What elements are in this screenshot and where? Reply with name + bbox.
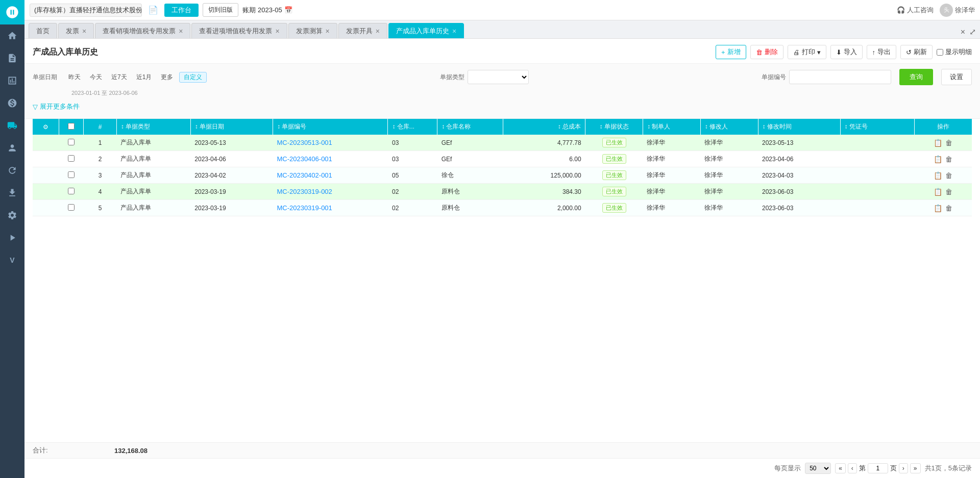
prev-page-btn[interactable]: ‹ xyxy=(848,463,857,473)
sidebar-item-invoice[interactable] xyxy=(0,47,24,69)
row-check-2[interactable] xyxy=(59,167,84,184)
import-button[interactable]: ⬇ 导入 xyxy=(830,45,863,59)
page-input[interactable] xyxy=(868,463,888,473)
calendar-icon[interactable]: 📅 xyxy=(284,6,292,14)
last-page-btn[interactable]: » xyxy=(910,463,921,473)
query-button[interactable]: 查询 xyxy=(899,69,933,85)
shortcut-1month[interactable]: 近1月 xyxy=(133,72,155,83)
tab-product-history[interactable]: 产成品入库单历史 × xyxy=(388,23,464,38)
row-code-link-2[interactable]: MC-20230402-001 xyxy=(277,171,332,179)
shortcut-today[interactable]: 今天 xyxy=(87,72,105,83)
row-checkbox-3[interactable] xyxy=(68,188,75,194)
col-creator[interactable]: ↕ 制单人 xyxy=(643,119,700,135)
row-check-3[interactable] xyxy=(59,184,84,200)
col-type[interactable]: ↕ 单据类型 xyxy=(116,119,190,135)
sidebar-item-refresh[interactable] xyxy=(0,159,24,182)
sidebar-item-home[interactable] xyxy=(0,24,24,47)
tab-invoice-calc[interactable]: 发票测算 × xyxy=(288,23,337,38)
tab-invoice[interactable]: 发票 × xyxy=(58,23,94,38)
row-code-1[interactable]: MC-20230406-001 xyxy=(273,151,388,167)
sidebar-item-download[interactable] xyxy=(0,182,24,204)
new-button[interactable]: + 新增 xyxy=(716,45,746,59)
row-view-icon-3[interactable]: 📋 xyxy=(934,188,942,196)
shortcut-yesterday[interactable]: 昨天 xyxy=(65,72,84,83)
col-warehouse-id[interactable]: ↕ 仓库... xyxy=(388,119,437,135)
type-filter-select[interactable] xyxy=(468,70,529,84)
row-check-0[interactable] xyxy=(59,135,84,151)
row-check-1[interactable] xyxy=(59,151,84,167)
col-code[interactable]: ↕ 单据编号 xyxy=(273,119,388,135)
row-code-0[interactable]: MC-20230513-001 xyxy=(273,135,388,151)
row-code-2[interactable]: MC-20230402-001 xyxy=(273,167,388,184)
row-delete-icon-3[interactable]: 🗑 xyxy=(945,188,952,196)
show-detail-checkbox[interactable] xyxy=(937,49,943,56)
row-delete-icon-4[interactable]: 🗑 xyxy=(945,204,952,212)
document-icon-btn[interactable]: 📄 xyxy=(146,5,160,15)
print-button[interactable]: 🖨 打印 ▾ xyxy=(788,45,826,59)
tab-close-all[interactable]: × xyxy=(961,28,965,37)
tab-invoice-issue[interactable]: 发票开具 × xyxy=(338,23,387,38)
expand-more-btn[interactable]: ▽ 展开更多条件 xyxy=(33,100,972,113)
row-view-icon-0[interactable]: 📋 xyxy=(934,139,942,147)
row-code-link-0[interactable]: MC-20230513-001 xyxy=(277,139,332,146)
row-checkbox-1[interactable] xyxy=(68,155,75,162)
col-check[interactable] xyxy=(59,119,84,135)
col-cost[interactable]: ↕ 总成本 xyxy=(503,119,585,135)
tab-sales-invoice[interactable]: 查看销项增值税专用发票 × xyxy=(95,23,190,38)
col-setting[interactable]: ⚙ xyxy=(33,119,59,135)
next-page-btn[interactable]: › xyxy=(899,463,908,473)
first-page-btn[interactable]: « xyxy=(835,463,846,473)
delete-button[interactable]: 🗑 删除 xyxy=(750,45,783,59)
col-date[interactable]: ↕ 单据日期 xyxy=(190,119,273,135)
row-view-icon-4[interactable]: 📋 xyxy=(934,204,942,212)
col-modifier[interactable]: ↕ 修改人 xyxy=(700,119,758,135)
sidebar-item-warehouse[interactable] xyxy=(0,114,24,137)
sidebar-item-money[interactable] xyxy=(0,92,24,114)
setting-button[interactable]: 设置 xyxy=(941,69,972,85)
tab-home[interactable]: 首页 xyxy=(29,23,57,38)
user-info[interactable]: 头 徐泽华 xyxy=(940,4,975,17)
row-delete-icon-0[interactable]: 🗑 xyxy=(945,139,952,147)
tab-sales-invoice-close[interactable]: × xyxy=(179,28,183,35)
tab-invoice-close[interactable]: × xyxy=(82,28,86,35)
tab-product-history-close[interactable]: × xyxy=(452,28,456,35)
col-modify-time[interactable]: ↕ 修改时间 xyxy=(758,119,840,135)
row-code-4[interactable]: MC-20230319-001 xyxy=(273,200,388,216)
tab-invoice-calc-close[interactable]: × xyxy=(326,28,330,35)
sidebar-item-v[interactable]: V xyxy=(0,249,24,271)
assistant-btn[interactable]: 🎧 人工咨询 xyxy=(897,6,934,15)
row-check-4[interactable] xyxy=(59,200,84,216)
row-code-link-4[interactable]: MC-20230319-001 xyxy=(277,204,332,212)
row-code-link-3[interactable]: MC-20230319-002 xyxy=(277,188,332,195)
col-status[interactable]: ↕ 单据状态 xyxy=(585,119,643,135)
switch-button[interactable]: 切到旧版 xyxy=(203,3,238,17)
row-checkbox-0[interactable] xyxy=(68,139,75,145)
shortcut-more[interactable]: 更多 xyxy=(158,72,176,83)
workbench-button[interactable]: 工作台 xyxy=(164,4,199,17)
company-selector[interactable]: (库存核算）直播轻抒通信息技术股份... ▾ xyxy=(30,4,142,17)
shortcut-custom[interactable]: 自定义 xyxy=(179,72,207,83)
tab-purchase-invoice[interactable]: 查看进项增值税专用发票 × xyxy=(191,23,287,38)
row-checkbox-2[interactable] xyxy=(68,171,75,178)
select-all-checkbox[interactable] xyxy=(68,123,75,130)
row-delete-icon-2[interactable]: 🗑 xyxy=(945,171,952,180)
shortcut-7days[interactable]: 近7天 xyxy=(108,72,130,83)
number-filter-input[interactable] xyxy=(789,70,891,84)
row-code-3[interactable]: MC-20230319-002 xyxy=(273,184,388,200)
row-view-icon-1[interactable]: 📋 xyxy=(934,155,942,163)
row-checkbox-4[interactable] xyxy=(68,204,75,211)
tab-purchase-invoice-close[interactable]: × xyxy=(275,28,279,35)
refresh-button[interactable]: ↺ 刷新 xyxy=(900,45,933,59)
per-page-select[interactable]: 50 100 xyxy=(805,463,831,474)
col-warehouse-name[interactable]: ↕ 仓库名称 xyxy=(437,119,503,135)
row-code-link-1[interactable]: MC-20230406-001 xyxy=(277,155,332,163)
row-view-icon-2[interactable]: 📋 xyxy=(934,171,942,180)
row-delete-icon-1[interactable]: 🗑 xyxy=(945,155,952,163)
app-logo[interactable] xyxy=(0,0,24,24)
sidebar-item-person[interactable] xyxy=(0,137,24,159)
sidebar-item-chart[interactable] xyxy=(0,69,24,92)
sidebar-item-play[interactable] xyxy=(0,227,24,249)
export-button[interactable]: ↑ 导出 xyxy=(867,45,897,59)
sidebar-item-settings[interactable] xyxy=(0,204,24,227)
col-voucher[interactable]: ↕ 凭证号 xyxy=(840,119,914,135)
